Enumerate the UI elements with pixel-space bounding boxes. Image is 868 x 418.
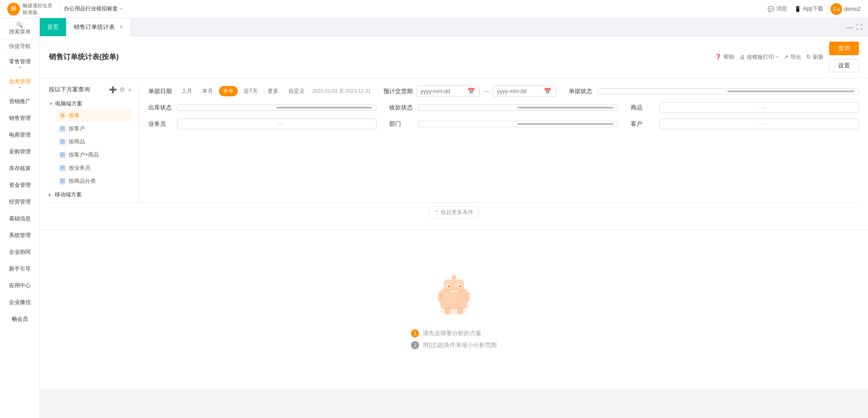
date-range-value: 2023-01-01 至 2023-12-31 (312, 88, 371, 95)
scheme-item-by-customer[interactable]: 图 按客户 (56, 123, 132, 135)
payment-status-select[interactable] (418, 104, 618, 111)
tab-home[interactable]: 首页 (40, 18, 66, 36)
date-btn-custom[interactable]: 自定义 (284, 86, 309, 96)
tab-bar-actions: — ⛶ (131, 22, 868, 33)
scheme-item-by-category[interactable]: 图 按商品分类 (56, 175, 132, 187)
page-content: 销售订单统计表(按单) ❓ 帮助 🖨 按模板打印 ↗ 导出 (40, 36, 868, 418)
sidebar-item-sales[interactable]: 销售管理 (0, 110, 39, 127)
sidebar-item-marketing[interactable]: 营销推广 (0, 93, 39, 110)
goods-more-icon[interactable]: ··· (759, 104, 855, 111)
filter-layout: 按以下方案查询 ➕ ⚙ « ▼ (49, 86, 859, 202)
sidebar-item-enterprise[interactable]: 企业协同 (0, 244, 39, 261)
filter-row-2: 出库状态 收款状态 商品 (148, 102, 859, 113)
svg-point-6 (459, 285, 461, 288)
salesperson-select[interactable]: ··· (177, 119, 377, 129)
scheme-add-icon[interactable]: ➕ (109, 86, 117, 93)
scheme-items-desktop: 单 按单 图 按客户 图 按商品 (49, 109, 132, 187)
tab-maximize-icon[interactable]: ⛶ (854, 22, 864, 33)
goods-select[interactable]: ··· (660, 102, 859, 113)
user-area[interactable]: Ea demo2 (830, 3, 861, 15)
page-actions: ❓ 帮助 🖨 按模板打印 ↗ 导出 ↻ 刷新 (715, 42, 859, 72)
empty-hint-2: 2 用[过滤]条件来缩小分析范围 (411, 341, 496, 349)
sidebar-item-wechat[interactable]: 企业微信 (0, 294, 39, 311)
sidebar-item-member[interactable]: 畅会员 (0, 311, 39, 328)
expected-date-end-field[interactable] (497, 88, 542, 95)
ship-status-select[interactable] (177, 104, 377, 111)
sidebar-item-ecommerce[interactable]: 电商管理 (0, 127, 39, 143)
svg-rect-9 (466, 292, 470, 301)
export-icon: ↗ (784, 54, 788, 60)
scheme-group-mobile-title[interactable]: 移动端方案 (49, 189, 132, 200)
app-download-button[interactable]: 📱 App下载 (794, 5, 823, 13)
date-btn-last-7-days[interactable]: 近7天 (240, 86, 262, 96)
date-shortcuts: 上月 本月 本年 近7天 更多 自定义 (177, 86, 309, 96)
sidebar-item-purchase[interactable]: 采购管理 (0, 143, 39, 160)
sidebar-item-finance[interactable]: 资金管理 (0, 177, 39, 194)
expected-date-start-field[interactable] (420, 88, 466, 95)
salesperson-label: 业务员 (148, 120, 174, 128)
date-btn-this-year[interactable]: 本年 (219, 86, 238, 96)
collapse-button[interactable]: ⌃ 收起更多条件 (429, 206, 479, 218)
department-dropdown-icon (517, 123, 614, 125)
refresh-button[interactable]: ↻ 刷新 (807, 53, 824, 61)
scheme-item-by-order[interactable]: 单 按单 (56, 109, 132, 122)
expected-date-end-input[interactable]: 📅 (493, 86, 556, 97)
sidebar-item-appstore[interactable]: 应用中心 (0, 277, 39, 294)
sidebar-item-newbie[interactable]: 新手引导 (0, 261, 39, 277)
date-btn-last-month[interactable]: 上月 (177, 86, 196, 96)
scheme-item-by-product[interactable]: 图 按商品 (56, 136, 132, 148)
help-button[interactable]: ❓ 帮助 (715, 53, 734, 61)
retail-expand-icon (19, 67, 21, 69)
date-btn-this-month[interactable]: 本月 (198, 86, 217, 96)
customer-more-icon[interactable]: ··· (759, 121, 855, 127)
scheme-group-desktop: ▼ 电脑端方案 单 按单 图 (49, 98, 132, 187)
wholesale-expand-icon (19, 87, 21, 89)
setting-button[interactable]: 设置 (829, 59, 859, 72)
sidebar-search[interactable]: 🔍 搜索菜单 (0, 18, 39, 40)
scheme-settings-icon[interactable]: ⚙ (119, 86, 125, 93)
empty-state: 1 请先选择要分析的方案 2 用[过滤]条件来缩小分析范围 (40, 230, 868, 389)
sidebar-quick-nav[interactable]: 快捷导航 (0, 40, 39, 53)
query-button[interactable]: 查询 (829, 42, 859, 55)
svg-rect-10 (445, 308, 450, 314)
export-button[interactable]: ↗ 导出 (784, 53, 801, 61)
sidebar-item-inventory[interactable]: 库存核算 (0, 160, 39, 177)
svg-rect-7 (449, 290, 458, 292)
scheme-group-desktop-title[interactable]: ▼ 电脑端方案 (49, 98, 132, 109)
date-btn-more[interactable]: 更多 (264, 86, 283, 96)
svg-point-5 (448, 285, 450, 288)
logo-text: 畅捷通好生意 标准版 (23, 2, 52, 15)
scheme-item-by-customer-product[interactable]: 图 按客户+商品 (56, 149, 132, 161)
salesperson-more-icon[interactable]: ··· (277, 121, 373, 127)
sidebar: 🔍 搜索菜单 快捷导航 零售管理 批发管理 营销推广 销售管理 电商管理 采购管… (0, 18, 40, 418)
department-select[interactable] (418, 121, 618, 127)
sidebar-item-basic[interactable]: 基础信息 (0, 210, 39, 227)
tab-sales-stats[interactable]: 销售订单统计表 ✕ (66, 18, 131, 36)
workspace-selector[interactable]: 办公用品行业模拟账套 (60, 4, 126, 14)
expected-date-start-input[interactable]: 📅 (416, 86, 480, 97)
top-bar-right: 💬 消息 📱 App下载 Ea demo2 (768, 3, 861, 15)
sidebar-item-system[interactable]: 系统管理 (0, 227, 39, 244)
hint-num-2: 2 (411, 341, 419, 349)
sidebar-item-retail[interactable]: 零售管理 (0, 53, 39, 73)
tab-close-icon[interactable]: ✕ (119, 24, 123, 30)
empty-hint-1: 1 请先选择要分析的方案 (411, 329, 496, 337)
refresh-icon: ↻ (807, 54, 811, 60)
customer-select[interactable]: ··· (660, 119, 859, 129)
sidebar-item-wholesale[interactable]: 批发管理 (0, 73, 39, 93)
doc-status-select[interactable] (598, 88, 859, 95)
scheme-panel-header: 按以下方案查询 ➕ ⚙ « (49, 86, 132, 94)
tab-minimize-icon[interactable]: — (844, 22, 854, 33)
logo-area: 好 畅捷通好生意 标准版 (7, 2, 52, 15)
scheme-panel-actions: ➕ ⚙ « (109, 86, 132, 93)
template-print-button[interactable]: 🖨 按模板打印 (740, 53, 778, 61)
customer-label: 客户 (631, 120, 656, 128)
filter-row-1: 单据日期 上月 本月 本年 近7天 更多 自定义 2023-01-01 至 20… (148, 86, 859, 97)
ship-status-dropdown-icon (276, 107, 373, 109)
scheme-collapse-icon[interactable]: « (128, 86, 132, 93)
expected-date-label: 预计交货期 (383, 87, 413, 95)
scheme-item-by-salesperson[interactable]: 图 按业务员 (56, 162, 132, 174)
goods-label: 商品 (631, 104, 656, 112)
message-button[interactable]: 💬 消息 (768, 5, 787, 13)
sidebar-item-operations[interactable]: 经营管理 (0, 194, 39, 210)
